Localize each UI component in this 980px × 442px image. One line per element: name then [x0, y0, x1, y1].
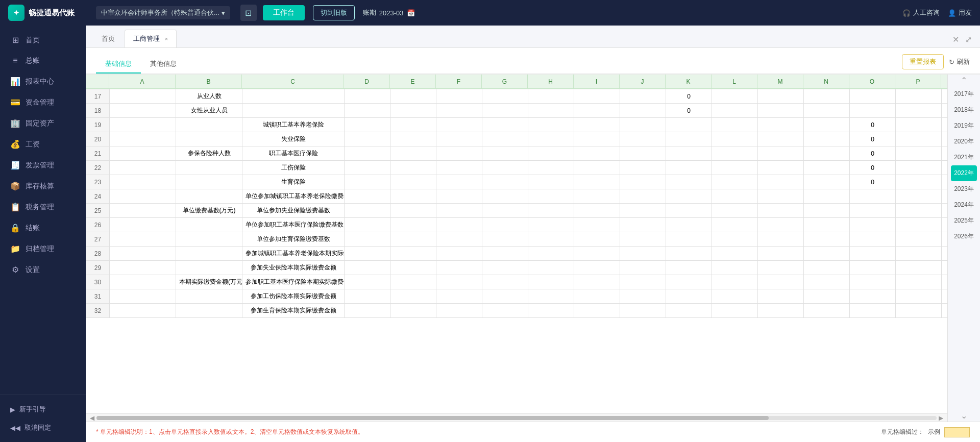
cell-r29-C[interactable]: 参加失业保险本期实际缴费金额 [242, 261, 345, 275]
cell-r25-J[interactable] [620, 204, 666, 218]
cell-r20-L[interactable] [712, 132, 758, 146]
cell-r20-C[interactable]: 失业保险 [242, 132, 345, 146]
cell-r30-P[interactable] [896, 275, 942, 289]
cell-r30-G[interactable] [482, 275, 528, 289]
cell-r26-A[interactable] [110, 218, 176, 232]
cell-r31-D[interactable] [345, 289, 390, 304]
cell-r30-I[interactable] [574, 275, 620, 289]
scroll-right-icon[interactable]: ▶ [937, 414, 945, 422]
cell-r28-M[interactable] [758, 247, 804, 261]
cell-r21-P[interactable] [896, 146, 942, 161]
cell-r23-F[interactable] [436, 175, 482, 189]
cell-r19-M[interactable] [758, 118, 804, 132]
cell-r28-F[interactable] [436, 247, 482, 261]
cell-r19-N[interactable] [804, 118, 850, 132]
sidebar-bottom-newbie[interactable]: ▶新手引导 [0, 400, 86, 419]
year-item-2024年[interactable]: 2024年 [948, 197, 980, 213]
cell-r18-A[interactable] [110, 104, 176, 118]
cell-r26-I[interactable] [574, 218, 620, 232]
cell-r27-K[interactable] [666, 232, 712, 247]
cell-r26-K[interactable] [666, 218, 712, 232]
cell-r25-Q[interactable] [942, 204, 948, 218]
cell-r21-Q[interactable] [942, 146, 948, 161]
tab-industrial-commerce[interactable]: 工商管理 × [125, 30, 177, 47]
cell-r19-G[interactable] [482, 118, 528, 132]
cell-r17-B[interactable]: 从业人数 [176, 89, 242, 104]
cell-r22-P[interactable] [896, 161, 942, 175]
cell-r32-J[interactable] [620, 304, 666, 318]
cell-r27-A[interactable] [110, 232, 176, 247]
expand-icon[interactable]: ⤢ [965, 35, 972, 44]
sidebar-item-ledger[interactable]: ≡总账 [0, 51, 86, 71]
cell-r20-K[interactable] [666, 132, 712, 146]
workbench-button[interactable]: 工作台 [263, 5, 305, 20]
cell-r31-Q[interactable] [942, 289, 948, 304]
cell-r22-K[interactable] [666, 161, 712, 175]
cell-r22-I[interactable] [574, 161, 620, 175]
cell-r22-F[interactable] [436, 161, 482, 175]
scroll-thumb[interactable] [96, 416, 769, 420]
year-item-2021年[interactable]: 2021年 [948, 150, 980, 165]
cell-r32-D[interactable] [345, 304, 390, 318]
cell-r29-N[interactable] [804, 261, 850, 275]
cell-r32-B[interactable] [176, 304, 242, 318]
cell-r23-H[interactable] [528, 175, 574, 189]
cell-r25-B[interactable]: 单位缴费基数(万元) [176, 204, 242, 218]
cell-r30-B[interactable]: 本期实际缴费金额(万元) [176, 275, 242, 289]
cell-r26-P[interactable] [896, 218, 942, 232]
cell-r24-Q[interactable] [942, 189, 948, 204]
cell-r19-E[interactable] [390, 118, 436, 132]
cell-r20-A[interactable] [110, 132, 176, 146]
sidebar-item-assets[interactable]: 🏢固定资产 [0, 113, 86, 134]
cell-r21-L[interactable] [712, 146, 758, 161]
cell-r32-N[interactable] [804, 304, 850, 318]
cell-r22-B[interactable] [176, 161, 242, 175]
cell-r21-C[interactable]: 职工基本医疗保险 [242, 146, 345, 161]
cell-r20-D[interactable] [345, 132, 390, 146]
cell-r32-A[interactable] [110, 304, 176, 318]
cell-r27-C[interactable]: 单位参加生育保险缴费基数 [242, 232, 345, 247]
cell-r19-H[interactable] [528, 118, 574, 132]
cell-r29-H[interactable] [528, 261, 574, 275]
cell-r28-K[interactable] [666, 247, 712, 261]
cell-r32-I[interactable] [574, 304, 620, 318]
cell-r29-M[interactable] [758, 261, 804, 275]
cell-r23-G[interactable] [482, 175, 528, 189]
cell-r17-Q[interactable] [942, 89, 948, 104]
cell-r23-I[interactable] [574, 175, 620, 189]
cell-r24-E[interactable] [390, 189, 436, 204]
cell-r26-D[interactable] [345, 218, 390, 232]
cell-r18-N[interactable] [804, 104, 850, 118]
cell-r17-P[interactable] [896, 89, 942, 104]
cell-r23-C[interactable]: 生育保险 [242, 175, 345, 189]
cell-r25-H[interactable] [528, 204, 574, 218]
cell-r24-B[interactable] [176, 189, 242, 204]
cell-r31-C[interactable]: 参加工伤保险本期实际缴费金额 [242, 289, 345, 304]
sidebar-item-reports[interactable]: 📊报表中心 [0, 71, 86, 92]
cell-r22-D[interactable] [345, 161, 390, 175]
cell-r22-N[interactable] [804, 161, 850, 175]
cell-r27-M[interactable] [758, 232, 804, 247]
cell-r28-N[interactable] [804, 247, 850, 261]
cell-r29-O[interactable] [850, 261, 896, 275]
cell-r29-K[interactable] [666, 261, 712, 275]
cell-r26-J[interactable] [620, 218, 666, 232]
cell-r18-G[interactable] [482, 104, 528, 118]
cell-r22-L[interactable] [712, 161, 758, 175]
cell-r30-D[interactable] [345, 275, 390, 289]
cell-r26-B[interactable] [176, 218, 242, 232]
cell-r32-L[interactable] [712, 304, 758, 318]
cell-r28-E[interactable] [390, 247, 436, 261]
cell-r21-J[interactable] [620, 146, 666, 161]
cell-r29-G[interactable] [482, 261, 528, 275]
cell-r20-E[interactable] [390, 132, 436, 146]
cell-r18-Q[interactable] [942, 104, 948, 118]
cell-r25-M[interactable] [758, 204, 804, 218]
cell-r21-B[interactable]: 参保各险种人数 [176, 146, 242, 161]
user-avatar[interactable]: 👤 用友 [948, 8, 972, 17]
cell-r25-A[interactable] [110, 204, 176, 218]
year-item-2017年[interactable]: 2017年 [948, 86, 980, 102]
cell-r19-B[interactable] [176, 118, 242, 132]
cell-r30-M[interactable] [758, 275, 804, 289]
cell-r30-K[interactable] [666, 275, 712, 289]
